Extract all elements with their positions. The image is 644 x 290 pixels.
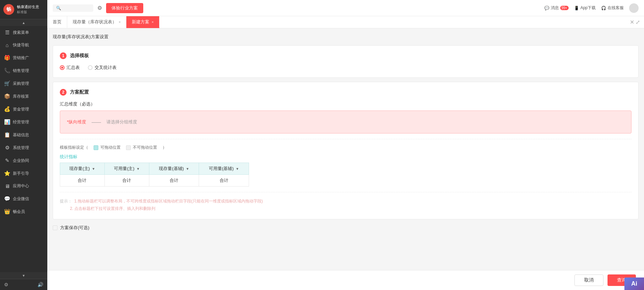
sidebar-item-purchase[interactable]: 🛒 采购管理 bbox=[0, 77, 47, 90]
app-download-label: App下载 bbox=[580, 5, 596, 11]
tab-new-scheme-close[interactable]: × bbox=[151, 20, 153, 24]
dimension-label: 汇总维度（必选） bbox=[60, 101, 631, 107]
save-label: 方案保存(可选) bbox=[60, 225, 90, 231]
step1-card: 1 选择模板 汇总表 交叉统计表 bbox=[53, 45, 639, 78]
topbar-settings-icon[interactable]: ⚙ bbox=[97, 5, 102, 11]
cell-0-2: 合计 bbox=[149, 175, 199, 187]
sidebar-scroll-down[interactable]: ▼ bbox=[0, 272, 47, 279]
tab-inventory-status[interactable]: 现存量（库存状况表） × bbox=[67, 16, 126, 28]
draggable-legend-box bbox=[94, 145, 98, 150]
sidebar-item-quicknav[interactable]: ⌂ 快捷导航 bbox=[0, 39, 47, 51]
system-icon: ⚙ bbox=[4, 145, 10, 151]
indicator-settings-suffix: ） bbox=[163, 145, 167, 150]
message-item[interactable]: 💬 消息 99+ bbox=[544, 5, 569, 11]
headset-icon: 🎧 bbox=[601, 6, 606, 10]
sidebar-item-guide[interactable]: ⭐ 新手引导 bbox=[0, 167, 47, 180]
sidebar-item-appstore[interactable]: 🖥 应用中心 bbox=[0, 180, 47, 192]
indicator-legend: 模板指标设定（ 可拖动位置 不可拖动位置 ） bbox=[60, 145, 631, 150]
sidebar-nav: ☰ 搜索菜单 ⌂ 快捷导航 🎁 营销推广 📞 销售管理 🛒 采购管理 📦 库存核… bbox=[0, 26, 47, 272]
tab-new-scheme-label: 新建方案 bbox=[132, 19, 149, 25]
tab-inventory-close[interactable]: × bbox=[119, 20, 121, 24]
legend-draggable: 可拖动位置 bbox=[94, 145, 121, 150]
sidebar-item-label-appstore: 应用中心 bbox=[13, 183, 29, 189]
app-name-block: 畅康通好生意 标准版 bbox=[17, 4, 39, 14]
sidebar-item-label-management: 经营管理 bbox=[13, 119, 29, 125]
topbar: 🔍 ⚙ 体验行业方案 💬 消息 99+ 📱 App下载 🎧 在线客服 bbox=[47, 0, 644, 16]
sales-icon: 📞 bbox=[4, 68, 10, 74]
col-header-3[interactable]: 可用量(基辅) ▼ bbox=[199, 163, 249, 175]
online-support-item[interactable]: 🎧 在线客服 bbox=[601, 5, 624, 11]
sidebar-scroll-up[interactable]: ▲ bbox=[0, 19, 47, 26]
topbar-left: 🔍 ⚙ 体验行业方案 bbox=[53, 3, 143, 13]
sidebar-item-label-member: 畅会员 bbox=[13, 209, 25, 215]
cell-0-0: 合计 bbox=[60, 175, 105, 187]
tab-inventory-label: 现存量（库存状况表） bbox=[73, 19, 117, 25]
sidebar-item-basic[interactable]: 📋 基础信息 bbox=[0, 128, 47, 141]
expand-panel-icon[interactable]: ⤢ bbox=[636, 19, 640, 25]
col-header-0[interactable]: 现存量(主) ▼ bbox=[60, 163, 105, 175]
purchase-icon: 🛒 bbox=[4, 80, 10, 87]
template-summary[interactable]: 汇总表 bbox=[60, 65, 80, 71]
management-icon: 📊 bbox=[4, 119, 10, 125]
save-checkbox[interactable] bbox=[53, 225, 57, 230]
wechat-icon: 💬 bbox=[4, 196, 10, 202]
sidebar-item-sales[interactable]: 📞 销售管理 bbox=[0, 64, 47, 77]
marketing-icon: 🎁 bbox=[4, 55, 10, 61]
sidebar-item-collab[interactable]: ✎ 企业协同 bbox=[0, 154, 47, 167]
radio-cross bbox=[88, 65, 93, 70]
sidebar-item-label-system: 系统管理 bbox=[13, 145, 29, 151]
indicator-settings: 模板指标设定（ 可拖动位置 不可拖动位置 ） 统计指标 bbox=[60, 145, 631, 187]
col-header-1[interactable]: 可用量(主) ▼ bbox=[104, 163, 149, 175]
tabbar: 首页 现存量（库存状况表） × 新建方案 × ✕ ⤢ bbox=[47, 16, 644, 28]
sidebar-item-wechat[interactable]: 💬 企业微信 bbox=[0, 192, 47, 205]
col-header-2[interactable]: 现存量(基辅) ▼ bbox=[149, 163, 199, 175]
sidebar-item-system[interactable]: ⚙ 系统管理 bbox=[0, 141, 47, 154]
app-logo-icon: 畅 bbox=[3, 4, 14, 15]
page-title: 现存量(库存状况表)方案设置 bbox=[53, 34, 639, 40]
app-download-item[interactable]: 📱 App下载 bbox=[574, 5, 596, 11]
template-summary-label: 汇总表 bbox=[67, 65, 80, 71]
ai-badge[interactable]: Ai bbox=[624, 277, 644, 290]
cancel-button[interactable]: 取消 bbox=[574, 274, 603, 286]
sidebar-logo: 畅 畅康通好生意 标准版 bbox=[0, 0, 47, 19]
settings-icon[interactable]: ⚙ bbox=[4, 282, 8, 287]
topbar-right: 💬 消息 99+ 📱 App下载 🎧 在线客服 bbox=[544, 3, 639, 13]
col-chevron-0: ▼ bbox=[92, 167, 95, 171]
step1-num: 1 bbox=[60, 52, 67, 59]
sidebar-item-marketing[interactable]: 🎁 营销推广 bbox=[0, 51, 47, 64]
sidebar-item-label-marketing: 营销推广 bbox=[13, 55, 29, 61]
trial-industry-button[interactable]: 体验行业方案 bbox=[106, 3, 143, 13]
sidebar-item-label-search: 搜索菜单 bbox=[13, 30, 29, 35]
search-menu-icon: ☰ bbox=[4, 29, 10, 35]
cell-0-1: 合计 bbox=[104, 175, 149, 187]
mobile-icon: 📱 bbox=[574, 6, 579, 10]
stats-table: 现存量(主) ▼ 可用量(主) ▼ bbox=[60, 163, 249, 187]
save-option: 方案保存(可选) bbox=[53, 225, 639, 231]
sidebar-item-label-sales: 销售管理 bbox=[13, 68, 29, 74]
template-cross[interactable]: 交叉统计表 bbox=[88, 65, 117, 71]
tab-home[interactable]: 首页 bbox=[47, 16, 67, 28]
tab-expand-btns: ✕ ⤢ bbox=[630, 19, 644, 25]
radio-summary bbox=[60, 65, 65, 70]
message-icon: 💬 bbox=[544, 6, 549, 10]
tips-line1: 提示： 1.拖动标题栏可以调整布局，不可跨维度或指标区域拖动栏目字段(只能在同一… bbox=[60, 198, 631, 205]
tab-new-scheme[interactable]: 新建方案 × bbox=[126, 16, 159, 28]
sidebar-item-member[interactable]: 👑 畅会员 bbox=[0, 205, 47, 218]
volume-icon[interactable]: 🔊 bbox=[38, 282, 43, 287]
guide-icon: ⭐ bbox=[4, 170, 10, 176]
step2-card: 2 方案配置 汇总维度（必选） *纵向维度 —— 请选择分组维度 模板指标设定（… bbox=[53, 82, 639, 219]
sidebar-item-label-finance: 资金管理 bbox=[13, 106, 29, 112]
topbar-search[interactable]: 🔍 bbox=[53, 4, 93, 12]
fixed-legend-box bbox=[126, 145, 131, 150]
sidebar-item-label-quicknav: 快捷导航 bbox=[13, 42, 29, 48]
sidebar-item-management[interactable]: 📊 经营管理 bbox=[0, 116, 47, 128]
sidebar-item-inventory[interactable]: 📦 库存核算 bbox=[0, 90, 47, 103]
user-avatar[interactable] bbox=[629, 3, 639, 13]
step2-num: 2 bbox=[60, 89, 67, 96]
sidebar-item-search[interactable]: ☰ 搜索菜单 bbox=[0, 26, 47, 39]
stats-table-section: 统计指标 现存量(主) ▼ bbox=[60, 154, 631, 187]
dimension-box[interactable]: *纵向维度 —— 请选择分组维度 bbox=[60, 111, 631, 134]
indicator-settings-prefix: 模板指标设定（ bbox=[60, 145, 88, 150]
close-panel-icon[interactable]: ✕ bbox=[630, 19, 634, 25]
sidebar-item-finance[interactable]: 💰 资金管理 bbox=[0, 103, 47, 116]
